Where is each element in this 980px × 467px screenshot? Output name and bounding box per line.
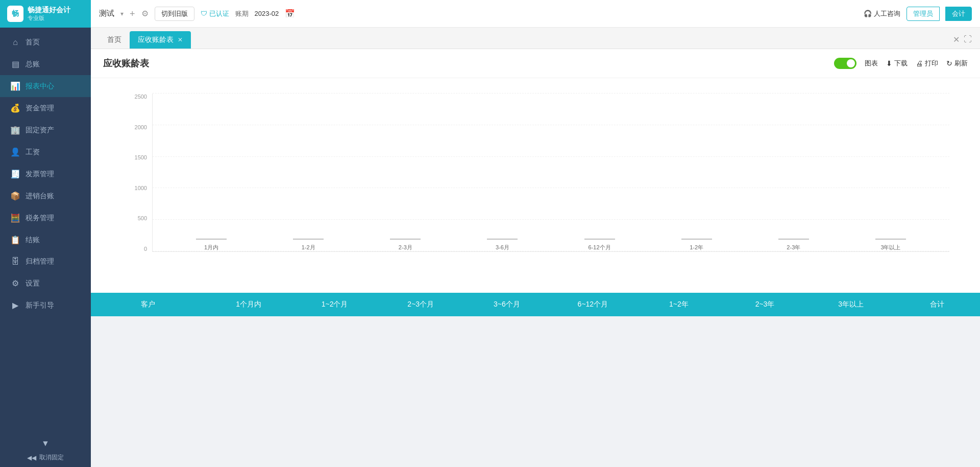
sidebar-item-label: 总账 [26, 60, 40, 69]
bar-group-1-2m: 1-2月 [260, 239, 357, 251]
sidebar-item-funds[interactable]: 💰 资金管理 [0, 97, 91, 119]
chart-area: 0 500 1000 1500 2000 2500 [91, 78, 980, 293]
sidebar-item-label: 资金管理 [26, 104, 54, 113]
sidebar-item-closing[interactable]: 📋 结账 [0, 229, 91, 251]
sidebar-item-label: 固定资产 [26, 126, 54, 135]
sidebar-item-trading[interactable]: 📦 进销台账 [0, 185, 91, 207]
home-icon: ⌂ [10, 38, 20, 47]
sidebar-item-archive[interactable]: 🗄 归档管理 [0, 251, 91, 272]
scroll-down-arrow[interactable]: ▼ [39, 437, 52, 450]
th-3y-plus: 3年以上 [808, 293, 894, 316]
page-content: 应收账龄表 图表 ⬇ 下载 🖨 打印 ↻ 刷新 [91, 49, 980, 467]
cancel-fixed-button[interactable]: ◀◀ 取消固定 [22, 450, 69, 465]
sidebar-item-home[interactable]: ⌂ 首页 [0, 32, 91, 53]
verified-text: 已认证 [209, 9, 229, 18]
y-label-1000: 1000 [127, 185, 147, 191]
bar-group-1-2y: 1-2年 [648, 239, 745, 251]
th-1-2m: 1~2个月 [291, 293, 378, 316]
bar-label-3-6m: 3-6月 [496, 244, 509, 251]
period-label: 账期 [235, 9, 249, 18]
assets-icon: 🏢 [10, 125, 20, 135]
sidebar-item-settings[interactable]: ⚙ 设置 [0, 272, 91, 294]
sidebar-item-label: 报表中心 [26, 82, 54, 91]
accountant-button[interactable]: 会计 [945, 7, 972, 21]
tab-ar-aging[interactable]: 应收账龄表 ✕ [130, 31, 191, 49]
sidebar-logo: 畅 畅捷通好会计 专业版 [0, 0, 91, 28]
period-value: 2023-02 [255, 10, 279, 17]
sidebar-item-assets[interactable]: 🏢 固定资产 [0, 119, 91, 141]
cancel-fixed-icon: ◀◀ [27, 454, 36, 461]
th-1-2y: 1~2年 [636, 293, 722, 316]
refresh-button[interactable]: ↻ 刷新 [946, 59, 968, 68]
ledger-icon: ▤ [10, 59, 20, 69]
sidebar-item-label: 归档管理 [26, 257, 54, 266]
tab-home[interactable]: 首页 [99, 31, 130, 49]
sidebar-item-label: 设置 [26, 279, 40, 288]
bar-group-2-3m: 2-3月 [357, 239, 454, 251]
th-2-3y: 2~3年 [722, 293, 808, 316]
archive-icon: 🗄 [10, 257, 20, 266]
download-icon: ⬇ [886, 59, 892, 67]
cancel-fixed-label: 取消固定 [39, 453, 64, 462]
sidebar-item-tax[interactable]: 🧮 税务管理 [0, 207, 91, 229]
download-button[interactable]: ⬇ 下载 [886, 59, 908, 68]
th-3-6m: 3~6个月 [464, 293, 550, 316]
sidebar-item-guide[interactable]: ▶ 新手引导 [0, 294, 91, 316]
th-2-3m: 2~3个月 [378, 293, 464, 316]
topbar: 测试 ▾ + ⚙ 切到旧版 🛡 已认证 账期 2023-02 📅 🎧 人工咨询 … [91, 0, 980, 28]
bar-3y-plus [875, 239, 906, 240]
admin-button[interactable]: 管理员 [906, 7, 940, 21]
bar-2-3y [778, 239, 809, 240]
y-axis: 0 500 1000 1500 2000 2500 [127, 94, 147, 252]
guide-icon: ▶ [10, 300, 20, 310]
sidebar-item-label: 新手引导 [26, 301, 54, 310]
sidebar: 畅 畅捷通好会计 专业版 ⌂ 首页 ▤ 总账 📊 报表中心 💰 资金管理 🏢 固… [0, 0, 91, 467]
app-name: 测试 [99, 9, 114, 18]
table-header: 客户 1个月内 1~2个月 2~3个月 3~6个月 6~12个月 1~2年 2~… [91, 293, 980, 316]
sidebar-item-label: 工资 [26, 148, 40, 157]
th-1m: 1个月内 [206, 293, 292, 316]
bar-group-2-3y: 2-3年 [745, 239, 842, 251]
logo-name: 畅捷通好会计 [28, 6, 70, 14]
verified-badge: 🛡 已认证 [201, 9, 229, 18]
th-customer: 客户 [91, 293, 206, 316]
sidebar-item-wages[interactable]: 👤 工资 [0, 141, 91, 163]
bar-label-6-12m: 6-12个月 [589, 244, 611, 251]
bar-label-1-2m: 1-2月 [302, 244, 315, 251]
sidebar-item-ledger[interactable]: ▤ 总账 [0, 53, 91, 75]
chart-toggle[interactable] [834, 58, 856, 69]
bar-label-1m: 1月内 [204, 244, 218, 251]
sidebar-nav: ⌂ 首页 ▤ 总账 📊 报表中心 💰 资金管理 🏢 固定资产 👤 工资 🧾 发票… [0, 28, 91, 435]
expand-icon[interactable]: ⛶ [964, 35, 972, 44]
consult-label: 人工咨询 [874, 9, 900, 18]
chart-toggle-label: 图表 [865, 59, 878, 68]
bar-label-2-3m: 2-3月 [399, 244, 412, 251]
bar-2-3m [390, 239, 421, 240]
th-6-12m: 6~12个月 [550, 293, 636, 316]
th-total: 合计 [894, 293, 980, 316]
y-label-2500: 2500 [127, 94, 147, 100]
sidebar-item-label: 税务管理 [26, 214, 54, 223]
sidebar-item-reports[interactable]: 📊 报表中心 [0, 75, 91, 97]
tax-icon: 🧮 [10, 213, 20, 223]
sidebar-item-label: 首页 [26, 38, 40, 47]
sidebar-item-label: 结账 [26, 236, 40, 245]
bars-container: 1月内 1-2月 2-3月 [153, 94, 949, 251]
funds-icon: 💰 [10, 103, 20, 113]
settings-icon[interactable]: ⚙ [141, 9, 149, 18]
close-window-icon[interactable]: ✕ [953, 35, 960, 44]
app-name-chevron[interactable]: ▾ [120, 10, 124, 17]
y-label-0: 0 [127, 246, 147, 252]
print-button[interactable]: 🖨 打印 [916, 59, 938, 68]
logo-icon: 畅 [7, 6, 23, 22]
refresh-icon: ↻ [946, 59, 952, 67]
sidebar-item-invoices[interactable]: 🧾 发票管理 [0, 163, 91, 185]
calendar-icon[interactable]: 📅 [285, 9, 295, 18]
report-header: 应收账龄表 图表 ⬇ 下载 🖨 打印 ↻ 刷新 [91, 49, 980, 78]
old-version-button[interactable]: 切到旧版 [155, 7, 194, 21]
y-label-2000: 2000 [127, 124, 147, 130]
consult-button[interactable]: 🎧 人工咨询 [864, 9, 900, 18]
add-button[interactable]: + [130, 9, 135, 18]
bar-label-3y-plus: 3年以上 [880, 244, 900, 251]
tab-close-icon[interactable]: ✕ [178, 36, 183, 43]
